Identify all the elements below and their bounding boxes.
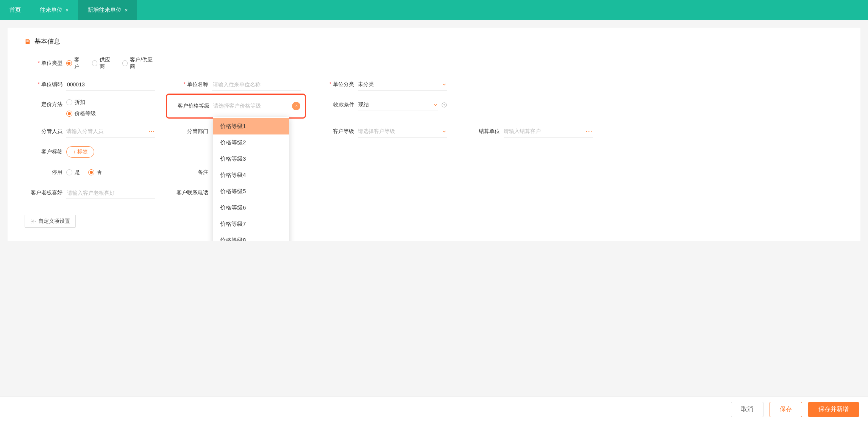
tab-add-contact-label: 新增往来单位 xyxy=(87,6,122,14)
field-disabled: 停用 是 否 xyxy=(25,166,155,178)
radio-discount-label: 折扣 xyxy=(75,99,85,106)
radio-icon xyxy=(92,60,98,66)
dropdown-item[interactable]: 价格等级5 xyxy=(213,183,289,200)
pay-condition-value: 现结 xyxy=(358,102,369,108)
settle-unit-placeholder: 请输入结算客户 xyxy=(504,128,541,135)
dropdown-item[interactable]: 价格等级3 xyxy=(213,151,289,167)
tab-add-contact[interactable]: 新增往来单位 × xyxy=(78,0,137,20)
label-cust-tag: 客户标签 xyxy=(41,148,62,155)
cust-price-level-select[interactable]: 请选择客户价格等级 xyxy=(213,100,300,112)
radio-both-label: 客户/供应商 xyxy=(130,56,155,70)
radio-discount[interactable]: 折扣 xyxy=(66,99,85,106)
radio-icon xyxy=(122,60,128,66)
price-level-dropdown: 价格等级1 价格等级2 价格等级3 价格等级4 价格等级5 价格等级6 价格等级… xyxy=(213,117,289,241)
label-dept: 分管部门 xyxy=(187,128,208,134)
tab-contacts[interactable]: 往来单位 × xyxy=(30,0,78,20)
cust-level-select[interactable]: 请选择客户等级 xyxy=(358,125,447,138)
tab-home-label: 首页 xyxy=(9,6,21,14)
pay-condition-select[interactable]: 现结 xyxy=(358,99,438,111)
radio-price-level[interactable]: 价格等级 xyxy=(66,110,96,117)
dropdown-item[interactable]: 价格等级1 xyxy=(213,118,289,134)
field-pricing-method: 定价方法 折扣 价格等级 xyxy=(25,99,155,117)
label-boss-pref: 客户老板喜好 xyxy=(31,189,62,195)
radio-icon xyxy=(88,169,94,175)
label-cust-phone: 客户联系电话 xyxy=(176,189,208,195)
plus-icon: + xyxy=(73,149,76,155)
radio-icon xyxy=(66,60,72,66)
tab-home[interactable]: 首页 xyxy=(0,0,30,20)
add-tag-label: 标签 xyxy=(77,148,88,155)
svg-rect-1 xyxy=(27,41,29,42)
tab-bar: 首页 往来单位 × 新增往来单位 × xyxy=(0,0,868,20)
label-pricing-method: 定价方法 xyxy=(41,101,62,107)
dropdown-item[interactable]: 价格等级4 xyxy=(213,167,289,183)
chevron-down-icon xyxy=(433,102,438,108)
field-pay-condition: 收款条件 现结 ? xyxy=(317,99,447,111)
dropdown-item[interactable]: 价格等级6 xyxy=(213,200,289,216)
staff-input[interactable]: 请输入分管人员 ··· xyxy=(66,125,155,138)
field-unit-code: *单位编码 xyxy=(25,78,155,91)
note-icon xyxy=(25,39,31,45)
svg-text:?: ? xyxy=(443,103,445,107)
add-tag-button[interactable]: + 标签 xyxy=(66,146,94,158)
label-cust-price-level: 客户价格等级 xyxy=(178,103,209,109)
ellipsis-icon[interactable]: ··· xyxy=(586,128,593,134)
radio-supplier[interactable]: 供应商 xyxy=(92,56,114,70)
radio-yes-label: 是 xyxy=(75,169,80,176)
radio-disabled-yes[interactable]: 是 xyxy=(66,169,80,176)
custom-fields-label: 自定义项设置 xyxy=(38,218,70,225)
cust-level-placeholder: 请选择客户等级 xyxy=(358,128,395,135)
tab-contacts-label: 往来单位 xyxy=(40,6,62,14)
settle-unit-input[interactable]: 请输入结算客户 ··· xyxy=(504,125,593,138)
label-disabled: 停用 xyxy=(52,169,62,175)
radio-icon xyxy=(66,99,72,105)
label-pay-condition: 收款条件 xyxy=(333,102,354,108)
ellipsis-icon[interactable]: ··· xyxy=(148,128,155,134)
unit-name-input[interactable] xyxy=(212,78,301,91)
custom-fields-button[interactable]: 自定义项设置 xyxy=(25,215,76,228)
chevron-down-icon xyxy=(442,129,447,134)
chevron-up-icon xyxy=(292,102,300,110)
close-icon[interactable]: × xyxy=(125,7,128,13)
field-settle-unit: 结算单位 请输入结算客户 ··· xyxy=(462,125,593,138)
unit-code-input[interactable] xyxy=(66,78,155,91)
dropdown-item[interactable]: 价格等级7 xyxy=(213,216,289,232)
svg-point-4 xyxy=(33,220,34,222)
field-unit-type: *单位类型 客户 供应商 客户/供应商 xyxy=(25,56,155,70)
dropdown-item[interactable]: 价格等级8 xyxy=(213,232,289,241)
boss-pref-input[interactable] xyxy=(66,187,155,199)
form-grid: *单位类型 客户 供应商 客户/供应商 xyxy=(25,56,843,228)
label-settle-unit: 结算单位 xyxy=(479,128,500,134)
radio-no-label: 否 xyxy=(97,169,102,176)
radio-customer[interactable]: 客户 xyxy=(66,56,84,70)
radio-customer-label: 客户 xyxy=(74,56,84,70)
unit-category-value: 未分类 xyxy=(358,81,374,88)
field-cust-price-level-highlight: 客户价格等级 请选择客户价格等级 价格等级1 价格等级2 价格等级3 xyxy=(166,94,306,119)
label-unit-name: 单位名称 xyxy=(187,81,208,87)
field-cust-level: 客户等级 请选择客户等级 xyxy=(316,125,447,138)
chevron-down-icon xyxy=(442,82,447,87)
label-unit-type: 单位类型 xyxy=(41,60,62,66)
gear-icon xyxy=(30,219,36,224)
field-boss-pref: 客户老板喜好 xyxy=(25,187,155,199)
field-unit-name: *单位名称 xyxy=(170,78,301,91)
svg-rect-0 xyxy=(27,40,29,41)
unit-category-select[interactable]: 未分类 xyxy=(358,78,447,91)
label-cust-level: 客户等级 xyxy=(333,128,354,134)
radio-supplier-label: 供应商 xyxy=(100,56,114,70)
label-unit-code: 单位编码 xyxy=(41,81,62,87)
field-staff: 分管人员 请输入分管人员 ··· xyxy=(25,125,155,138)
field-cust-tag: 客户标签 + 标签 xyxy=(25,146,155,158)
radio-disabled-no[interactable]: 否 xyxy=(88,169,102,176)
dropdown-item[interactable]: 价格等级2 xyxy=(213,134,289,151)
staff-placeholder: 请输入分管人员 xyxy=(66,128,103,135)
close-icon[interactable]: × xyxy=(66,7,69,13)
radio-icon xyxy=(66,111,72,117)
section-title-text: 基本信息 xyxy=(34,37,60,46)
help-icon[interactable]: ? xyxy=(441,102,447,108)
radio-both[interactable]: 客户/供应商 xyxy=(122,56,155,70)
radio-price-level-label: 价格等级 xyxy=(75,110,96,117)
label-staff: 分管人员 xyxy=(41,128,62,134)
cust-price-level-placeholder: 请选择客户价格等级 xyxy=(213,103,261,109)
radio-icon xyxy=(66,169,72,175)
